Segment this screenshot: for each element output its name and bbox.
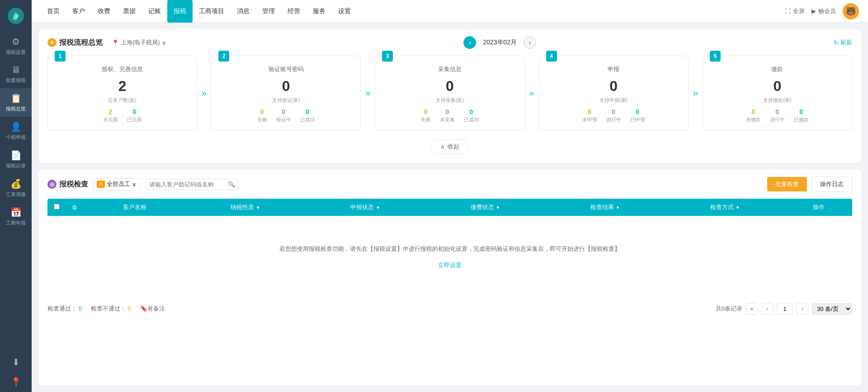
filter-chevron-icon: ∨: [132, 181, 137, 188]
nav-business[interactable]: 工商项目: [193, 0, 231, 23]
step-count-4: 0: [546, 78, 681, 95]
page-size-select[interactable]: 30 条/页 50 条/页 100 条/页: [812, 303, 852, 315]
tax-check-title: ◎ 报税检查: [47, 180, 88, 189]
nav-management[interactable]: 管理: [256, 0, 281, 23]
nav-tax[interactable]: 报税: [167, 0, 193, 23]
first-page-btn[interactable]: «: [746, 303, 758, 315]
stat-label-2-2: 已成功: [300, 116, 315, 123]
step-subtitle-1: 总客户数(家): [55, 97, 190, 104]
sidebar-item-personal-filing[interactable]: 👤 个税申报: [0, 117, 32, 145]
fail-val[interactable]: 0: [127, 305, 131, 312]
sidebar-item-batch-tax[interactable]: 🖥 批量报税: [0, 60, 32, 88]
empty-setup-link[interactable]: 立即设置: [57, 259, 843, 271]
nav-invoices[interactable]: 票据: [117, 0, 142, 23]
top-nav: 首页 客户 收费 票据 记账 报税 工商项目 消息 管理 经营 服务 设置 ⛶ …: [32, 0, 868, 23]
filter-icon-4[interactable]: ▼: [616, 205, 620, 210]
stat-4-2: 0 已申报: [630, 108, 645, 123]
nav-accounting[interactable]: 记账: [142, 0, 167, 23]
search-wrap[interactable]: 🔍: [145, 179, 239, 190]
stat-val-4-1: 0: [612, 108, 615, 115]
stat-3-2: 0 已成功: [464, 108, 479, 123]
table-footer: 检查通过： 0 检查不通过： 0 🔖有备注 共0条记录 « ‹ › 30 条/页: [47, 298, 852, 319]
sidebar-item-tax-settings[interactable]: ⚙ 报税设置: [0, 32, 32, 60]
step-title-2: 验证账号密码: [218, 65, 354, 73]
filter-icon-2[interactable]: ▼: [376, 205, 380, 210]
pass-label: 检查通过： 0: [47, 305, 82, 313]
step-stats-2: 0 失败 0 验证中 0 已成功: [218, 108, 354, 123]
flow-location-text: 上海(电子税局): [121, 38, 160, 47]
page-input[interactable]: [777, 303, 793, 315]
fullscreen-btn[interactable]: ⛶ 全屏: [785, 7, 805, 15]
sidebar-item-personal-filing-label: 个税申报: [6, 134, 26, 141]
filter-icon-5[interactable]: ▼: [736, 205, 740, 210]
prev-month-btn[interactable]: ‹: [463, 36, 476, 49]
stat-val-3-2: 0: [470, 108, 473, 115]
step-subtitle-3: 支持采集(家): [382, 97, 517, 104]
sidebar-item-tax-overview[interactable]: 📋 报税总览: [0, 88, 32, 117]
nav-operations[interactable]: 经营: [281, 0, 307, 23]
step-num-4: 4: [546, 51, 557, 62]
collapse-btn[interactable]: ∧ 收起: [431, 139, 469, 154]
stat-5-2: 0 已缴款: [794, 108, 809, 123]
col-check-method: 检查方式 ▼: [665, 199, 785, 216]
nav-services[interactable]: 服务: [307, 0, 332, 23]
col-filing-status: 申报状态 ▼: [305, 199, 425, 216]
tax-records-icon: 📄: [10, 150, 22, 161]
batch-tax-icon: 🖥: [11, 65, 20, 75]
pass-val[interactable]: 0: [79, 305, 82, 312]
nav-settings[interactable]: 设置: [332, 0, 357, 23]
sidebar-item-location[interactable]: 📍: [0, 372, 32, 392]
stat-3-1: 0 未采集: [440, 108, 455, 123]
stat-val-1-1: 0: [132, 108, 136, 115]
col-client-name: 客户名称: [84, 199, 185, 216]
search-icon[interactable]: 🔍: [228, 181, 235, 188]
stat-val-2-1: 0: [282, 108, 285, 115]
refresh-label: 刷新: [840, 38, 852, 47]
next-page-btn[interactable]: ›: [797, 303, 808, 315]
batch-check-btn[interactable]: 批量检查: [767, 177, 807, 191]
stat-4-0: 0 未申报: [582, 108, 597, 123]
step-num-2: 2: [218, 51, 229, 62]
filter-icon-1[interactable]: ▼: [256, 205, 260, 210]
stat-label-5-2: 已缴款: [794, 116, 809, 123]
sidebar-item-settlement[interactable]: 💰 汇算清缴: [0, 174, 32, 202]
stat-label-4-0: 未申报: [582, 116, 597, 123]
select-all-checkbox[interactable]: [54, 204, 60, 210]
fail-label: 检查不通过： 0: [91, 305, 131, 313]
search-input[interactable]: [149, 181, 225, 188]
filter-icon-3[interactable]: ▼: [495, 205, 500, 210]
nav-fees[interactable]: 收费: [91, 0, 117, 23]
nav-clients[interactable]: 客户: [66, 0, 91, 23]
annual-report-icon: 📅: [10, 207, 22, 218]
stat-1-1: 0 已完善: [127, 108, 142, 123]
employee-filter[interactable]: 员 全部员工 ∨: [93, 178, 141, 191]
step-stats-1: 2 未完善 0 已完善: [55, 108, 190, 123]
stat-label-1-0: 未完善: [103, 116, 118, 123]
step-num-1: 1: [55, 51, 66, 62]
step-stats-5: 0 未缴款 0 进行中 0 已缴款: [710, 108, 845, 123]
sidebar-item-tax-records[interactable]: 📄 报税记录: [0, 145, 32, 174]
nav-home[interactable]: 首页: [41, 0, 66, 23]
sidebar-item-download[interactable]: ⬇: [0, 352, 32, 372]
col-checkbox: [47, 199, 66, 216]
next-month-btn[interactable]: ›: [524, 36, 536, 49]
step-title-4: 申报: [546, 65, 681, 73]
step-title-3: 采集信息: [382, 65, 517, 73]
step-stats-4: 0 未申报 0 进行中 0 已申报: [546, 108, 681, 123]
avatar[interactable]: 🐻: [843, 3, 859, 19]
col-operations: 操作: [785, 199, 852, 216]
operation-log-btn[interactable]: 操作日志: [811, 177, 852, 192]
settings-icon[interactable]: ⚙: [72, 204, 77, 211]
refresh-btn[interactable]: ↻ 刷新: [834, 38, 852, 47]
stat-label-2-1: 验证中: [276, 116, 291, 123]
vip-btn[interactable]: ▶ 畅会员: [811, 7, 836, 15]
logo[interactable]: [5, 5, 27, 27]
stat-4-1: 0 进行中: [606, 108, 621, 123]
nav-messages[interactable]: 消息: [231, 0, 256, 23]
filter-tag: 员: [97, 181, 105, 188]
flow-location[interactable]: 📍 上海(电子税局) ∨: [112, 38, 166, 47]
sidebar-item-annual-report[interactable]: 📅 工商年报: [0, 202, 32, 231]
prev-page-btn[interactable]: ‹: [761, 303, 773, 315]
stat-2-0: 0 失败: [257, 108, 267, 123]
stat-val-5-2: 0: [800, 108, 803, 115]
